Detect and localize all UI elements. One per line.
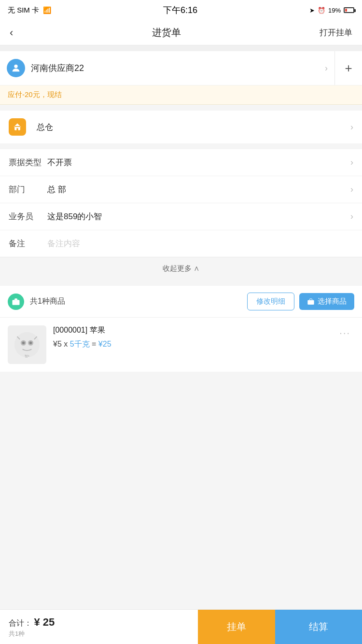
product-info: [0000001] 苹果 ¥5 x 5千克 = ¥25: [53, 325, 335, 350]
footer-total-sub: 共1种: [9, 630, 189, 638]
svg-point-9: [29, 341, 32, 344]
footer-spacer: [0, 372, 362, 410]
svg-point-5: [14, 332, 40, 357]
open-hang-button[interactable]: 打开挂单: [320, 27, 352, 38]
unit-price: ¥5: [53, 340, 62, 348]
product-thumb-image: 智+: [14, 331, 41, 358]
product-quantity: 5千克: [70, 340, 90, 348]
warehouse-section: 总仓 ›: [0, 111, 362, 143]
remark-label: 备注: [9, 238, 43, 249]
footer-total-main: 合计： ¥ 25: [9, 616, 189, 629]
invoice-type-row[interactable]: 票据类型 不开票 ›: [0, 149, 362, 176]
price-multiply: x: [64, 340, 70, 348]
price-equals: =: [92, 340, 98, 348]
select-product-icon: [307, 298, 315, 306]
supplier-chevron-icon: ›: [325, 63, 328, 73]
footer-total: 合计： ¥ 25 共1种: [0, 610, 198, 644]
department-label: 部门: [9, 184, 43, 195]
page-title: 进货单: [152, 26, 181, 39]
salesperson-label: 业务员: [9, 211, 43, 222]
invoice-chevron-icon: ›: [350, 157, 353, 168]
department-value: 总 部: [47, 184, 350, 195]
settle-button[interactable]: 结算: [275, 610, 362, 644]
warehouse-chevron-icon: ›: [350, 122, 353, 132]
remark-row[interactable]: 备注 备注内容: [0, 230, 362, 257]
add-supplier-button[interactable]: +: [335, 51, 362, 85]
field-section: 票据类型 不开票 › 部门 总 部 › 业务员 这是859的小智 › 备注 备注…: [0, 149, 362, 257]
salesperson-row[interactable]: 业务员 这是859的小智 ›: [0, 203, 362, 230]
battery-percent: 19%: [328, 7, 341, 14]
divider-top: [0, 45, 362, 51]
invoice-type-label: 票据类型: [9, 157, 43, 168]
svg-point-0: [14, 65, 17, 68]
supplier-section: 河南供应商22 › +: [0, 51, 362, 85]
modify-detail-button[interactable]: 修改明细: [247, 293, 294, 310]
svg-rect-1: [13, 300, 20, 305]
footer: 合计： ¥ 25 共1种 挂单 结算: [0, 609, 362, 644]
supplier-selector[interactable]: 河南供应商22 ›: [0, 51, 335, 85]
warehouse-name: 总仓: [37, 122, 350, 133]
product-count-text: 共1种商品: [30, 296, 247, 307]
battery-icon: [344, 7, 354, 13]
warning-banner: 应付-20元，现结: [0, 85, 362, 105]
department-chevron-icon: ›: [350, 184, 353, 195]
status-time: 下午6:16: [163, 4, 197, 16]
product-header: 共1种商品 修改明细 选择商品: [0, 286, 362, 318]
product-more-button[interactable]: ···: [335, 325, 354, 340]
supplier-name: 河南供应商22: [31, 62, 325, 74]
svg-text:智+: 智+: [25, 354, 30, 358]
product-section: 共1种商品 修改明细 选择商品 智+: [0, 286, 362, 372]
product-price: ¥5 x 5千克 = ¥25: [53, 339, 335, 350]
product-total: ¥25: [98, 340, 111, 348]
collapse-button[interactable]: 收起更多 ∧: [0, 257, 362, 280]
hang-button[interactable]: 挂单: [198, 610, 275, 644]
wifi-icon: 📶: [43, 6, 51, 14]
total-amount: ¥ 25: [34, 616, 55, 628]
nav-bar: ‹ 进货单 打开挂单: [0, 20, 362, 45]
product-name: [0000001] 苹果: [53, 325, 335, 336]
status-bar: 无 SIM 卡 📶 下午6:16 ➤ ⏰ 19%: [0, 0, 362, 20]
alarm-icon: ⏰: [318, 7, 325, 14]
invoice-type-value: 不开票: [47, 157, 350, 168]
salesperson-chevron-icon: ›: [350, 211, 353, 222]
select-product-button[interactable]: 选择商品: [299, 293, 354, 310]
carrier-text: 无 SIM 卡: [8, 6, 39, 15]
department-row[interactable]: 部门 总 部 ›: [0, 176, 362, 203]
product-id: [0000001]: [53, 326, 87, 334]
remark-input[interactable]: 备注内容: [47, 238, 353, 249]
product-title: 苹果: [90, 326, 105, 334]
battery-fill: [345, 9, 347, 12]
supplier-avatar: [7, 59, 25, 77]
select-product-label: 选择商品: [318, 297, 347, 306]
back-button[interactable]: ‹: [10, 27, 13, 39]
salesperson-value: 这是859的小智: [47, 211, 350, 222]
status-right: ➤ ⏰ 19%: [309, 7, 354, 14]
svg-point-8: [22, 341, 25, 344]
product-thumbnail: 智+: [8, 325, 46, 364]
product-item: 智+ [0000001] 苹果 ¥5 x 5千克 = ¥25 ···: [0, 318, 362, 372]
location-icon: ➤: [309, 7, 315, 14]
warehouse-row[interactable]: 总仓 ›: [0, 111, 362, 143]
status-carrier: 无 SIM 卡 📶: [8, 6, 51, 15]
total-label: 合计：: [9, 619, 32, 627]
product-count-icon-bg: [8, 294, 24, 310]
warehouse-icon-bg: [9, 118, 26, 136]
